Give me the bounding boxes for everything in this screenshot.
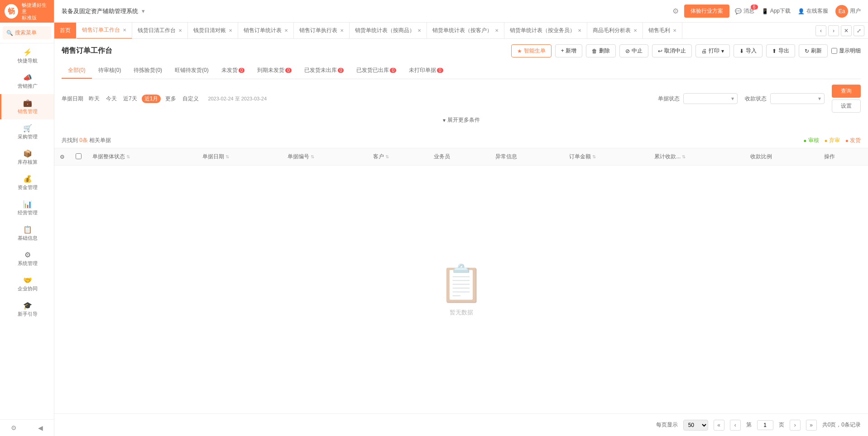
filter-tab-not-shipped[interactable]: 未发货0 bbox=[215, 63, 251, 79]
filter-tab-shipped-not-out[interactable]: 已发货未出库0 bbox=[298, 63, 350, 79]
tabbar-close-all-button[interactable]: ✕ bbox=[841, 25, 852, 36]
app-download-button[interactable]: 📱 App下载 bbox=[762, 7, 791, 15]
search-menu-button[interactable]: 🔍 搜索菜单 bbox=[3, 26, 51, 39]
tab-sales-by-staff[interactable]: 销货单统计表（按业务员） ✕ bbox=[504, 23, 587, 39]
pagination-first-button[interactable]: « bbox=[714, 420, 724, 431]
per-page-select[interactable]: 50 10 20 100 bbox=[683, 420, 708, 431]
tab-sales-by-goods[interactable]: 销货单统计表（按商品） ✕ bbox=[350, 23, 427, 39]
tab-sales-workbench[interactable]: 销售订单工作台 ✕ bbox=[77, 23, 132, 39]
online-service-button[interactable]: 👤 在线客服 bbox=[798, 7, 828, 15]
bulk-unapprove-button[interactable]: ● 弃审 bbox=[825, 137, 840, 144]
tab-close-sales-profit[interactable]: ✕ bbox=[673, 28, 676, 33]
sidebar-item-finance[interactable]: 💰 资金管理 bbox=[0, 170, 54, 195]
sidebar-item-system[interactable]: ⚙ 系统管理 bbox=[0, 246, 54, 271]
query-button[interactable]: 查询 bbox=[832, 85, 861, 98]
tabbar-prev-button[interactable]: ‹ bbox=[815, 25, 826, 36]
import-button[interactable]: ⬇ 导入 bbox=[734, 44, 762, 57]
pagination-last-button[interactable]: » bbox=[806, 420, 817, 431]
sort-customer-button[interactable]: 客户 ⇅ bbox=[373, 153, 423, 161]
sidebar-item-inventory[interactable]: 📦 库存核算 bbox=[0, 145, 54, 170]
filter-tab-pending-check[interactable]: 待拣验货(0) bbox=[127, 63, 168, 79]
status-select[interactable] bbox=[683, 93, 738, 104]
tab-close-sales-by-staff[interactable]: ✕ bbox=[578, 28, 581, 33]
date-opt-yesterday[interactable]: 昨天 bbox=[87, 94, 101, 104]
refresh-button[interactable]: ↻ 刷新 bbox=[799, 44, 828, 57]
sort-amount-button[interactable]: 订单金额 ⇅ bbox=[569, 153, 643, 161]
sales-icon: 💼 bbox=[23, 99, 32, 107]
sort-collected-button[interactable]: 累计收款... ⇅ bbox=[654, 153, 739, 161]
tab-close-sales-by-goods[interactable]: ✕ bbox=[417, 28, 421, 33]
user-menu-button[interactable]: Ea 用户 bbox=[835, 5, 861, 18]
tab-close-sales-stats[interactable]: ✕ bbox=[284, 28, 288, 33]
show-detail-checkbox-area[interactable]: 显示明细 bbox=[831, 47, 861, 55]
stop-button[interactable]: ⊘ 中止 bbox=[619, 44, 648, 57]
sidebar-item-marketing[interactable]: 📣 营销推广 bbox=[0, 69, 54, 94]
stop-icon: ⊘ bbox=[625, 48, 630, 54]
sort-number-button[interactable]: 单据编号 ⇅ bbox=[288, 153, 362, 161]
tab-sales-exec[interactable]: 销售订单执行表 ✕ bbox=[294, 23, 350, 39]
sidebar-item-operations[interactable]: 📊 经营管理 bbox=[0, 195, 54, 221]
bulk-approve-button[interactable]: ● 审核 bbox=[803, 137, 819, 144]
tab-close-cash-daily[interactable]: ✕ bbox=[178, 28, 182, 33]
tab-cash-daily[interactable]: 钱货日清工作台 ✕ bbox=[132, 23, 188, 39]
sort-date-button[interactable]: 单据日期 ⇅ bbox=[202, 153, 277, 161]
pagination-prev-button[interactable]: ‹ bbox=[730, 420, 741, 431]
date-opt-7days[interactable]: 近7天 bbox=[121, 94, 139, 104]
sidebar-item-basic-info[interactable]: 📋 基础信息 bbox=[0, 221, 54, 246]
tabbar-fullscreen-button[interactable]: ⤢ bbox=[854, 25, 864, 36]
column-settings-icon[interactable]: ⚙ bbox=[60, 154, 65, 160]
industry-solution-button[interactable]: 体验行业方案 bbox=[684, 5, 729, 18]
sidebar-item-quick-nav[interactable]: ⚡ 快捷导航 bbox=[0, 43, 54, 69]
date-opt-more[interactable]: 更多 bbox=[163, 94, 178, 104]
sidebar-item-cooperation[interactable]: 🤝 企业协同 bbox=[0, 271, 54, 297]
new-button[interactable]: + 新增 bbox=[555, 44, 582, 57]
expand-conditions-button[interactable]: ▾ 展开更多条件 bbox=[443, 116, 480, 124]
delete-button[interactable]: 🗑 删除 bbox=[586, 44, 616, 57]
show-detail-checkbox[interactable] bbox=[831, 48, 837, 54]
pagination-next-button[interactable]: › bbox=[790, 420, 801, 431]
tab-sales-profit[interactable]: 销售毛利 ✕ bbox=[643, 23, 682, 39]
sidebar-settings-button[interactable]: ⚙ bbox=[11, 424, 17, 431]
payment-select[interactable] bbox=[770, 93, 825, 104]
tab-close-sales-by-customer[interactable]: ✕ bbox=[495, 28, 499, 33]
tab-close-sales-workbench[interactable]: ✕ bbox=[123, 28, 126, 33]
tab-close-sales-exec[interactable]: ✕ bbox=[340, 28, 344, 33]
tab-cash-reconcile[interactable]: 钱货日清对账 ✕ bbox=[188, 23, 238, 39]
sidebar-item-sales[interactable]: 💼 销售管理 bbox=[0, 94, 54, 119]
filter-tab-not-printed[interactable]: 未打印单据0 bbox=[403, 63, 450, 79]
select-all-checkbox[interactable] bbox=[76, 153, 82, 159]
tab-margin-analysis[interactable]: 商品毛利分析表 ✕ bbox=[587, 23, 643, 39]
filter-tab-wangpu[interactable]: 旺铺待发货(0) bbox=[168, 63, 215, 79]
tab-sales-stats[interactable]: 销售订单统计表 ✕ bbox=[238, 23, 294, 39]
settings-button[interactable]: 设置 bbox=[832, 100, 861, 113]
topbar-dropdown-icon[interactable]: ▾ bbox=[142, 8, 145, 14]
export-button[interactable]: ⬆ 导出 bbox=[766, 44, 795, 57]
date-opt-1month[interactable]: 近1月 bbox=[142, 95, 161, 103]
topbar-settings-icon[interactable]: ⚙ bbox=[672, 7, 679, 15]
th-operation: 操作 bbox=[819, 148, 868, 166]
filter-tab-pending-review[interactable]: 待审核(0) bbox=[92, 63, 128, 79]
smart-create-button[interactable]: ★ 智能生单 bbox=[511, 44, 551, 57]
sidebar-item-purchase[interactable]: 🛒 采购管理 bbox=[0, 119, 54, 145]
sort-status-button[interactable]: 单据整体状态 ⇅ bbox=[92, 153, 192, 161]
page-number-input[interactable] bbox=[757, 420, 773, 430]
tab-close-cash-reconcile[interactable]: ✕ bbox=[229, 28, 232, 33]
bulk-ship-button[interactable]: ● 发货 bbox=[845, 137, 861, 144]
date-opt-custom[interactable]: 自定义 bbox=[181, 94, 201, 104]
tab-home[interactable]: 首页 bbox=[54, 23, 77, 39]
date-opt-today[interactable]: 今天 bbox=[104, 94, 119, 104]
message-badge: 6 bbox=[751, 5, 758, 9]
status-select-wrapper bbox=[683, 93, 738, 104]
sidebar-collapse-button[interactable]: ◀ bbox=[38, 424, 43, 431]
tabbar-next-button[interactable]: › bbox=[828, 25, 839, 36]
search-area: 单据日期 昨天 今天 近7天 近1月 更多 自定义 2023-02-24 至 2… bbox=[54, 79, 868, 133]
filter-tab-shipped-out[interactable]: 已发货已出库0 bbox=[350, 63, 403, 79]
cancel-stop-button[interactable]: ↩ 取消中止 bbox=[652, 44, 692, 57]
sidebar-item-guide[interactable]: 🎓 新手引导 bbox=[0, 297, 54, 322]
print-button[interactable]: 🖨 打印 ▾ bbox=[695, 44, 730, 57]
filter-tab-all[interactable]: 全部(0) bbox=[62, 63, 92, 79]
tab-sales-by-customer[interactable]: 销货单统计表（按客户） ✕ bbox=[427, 23, 504, 39]
filter-tab-overdue[interactable]: 到期未发货0 bbox=[251, 63, 298, 79]
message-button[interactable]: 💬 消息 6 bbox=[735, 7, 754, 15]
tab-close-margin-analysis[interactable]: ✕ bbox=[633, 28, 637, 33]
